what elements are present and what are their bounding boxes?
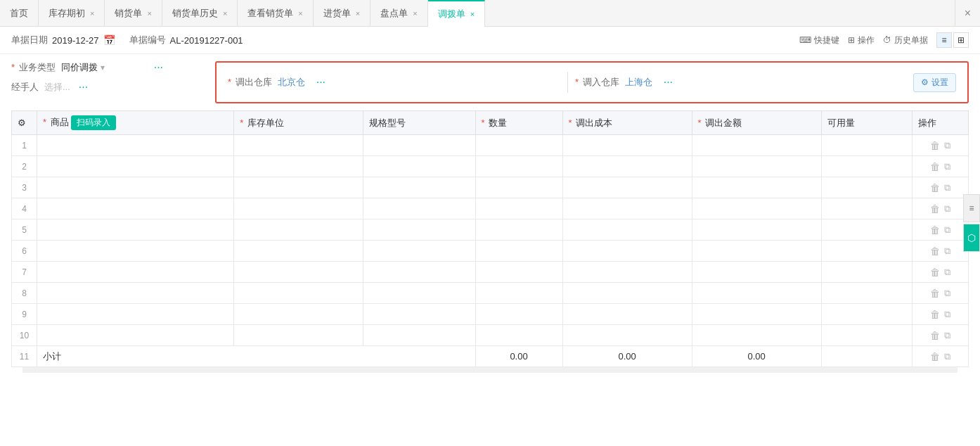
cell-unit[interactable]	[234, 198, 363, 219]
business-type-dropdown[interactable]: 同价调拨 ▾	[61, 61, 146, 74]
copy-icon[interactable]: ⧉	[944, 330, 950, 341]
calendar-icon[interactable]: 📅	[103, 34, 115, 46]
copy-icon[interactable]: ⧉	[944, 267, 950, 278]
cell-available[interactable]	[821, 283, 912, 304]
cell-spec[interactable]	[363, 325, 475, 346]
cell-product[interactable]	[37, 198, 234, 219]
cell-quantity[interactable]	[475, 241, 562, 262]
cell-transfer-amount[interactable]	[692, 262, 821, 283]
cell-product[interactable]	[37, 219, 234, 241]
close-icon[interactable]: ×	[470, 10, 475, 18]
cell-spec[interactable]	[363, 219, 475, 241]
copy-icon[interactable]: ⧉	[944, 309, 950, 320]
delete-icon[interactable]: 🗑	[930, 330, 940, 341]
cell-quantity[interactable]	[475, 219, 562, 241]
cell-transfer-amount[interactable]	[692, 325, 821, 346]
history-action[interactable]: ⏱ 历史单据	[883, 34, 928, 46]
cell-transfer-amount[interactable]	[692, 135, 821, 156]
close-icon[interactable]: ×	[223, 9, 227, 18]
tab-home[interactable]: 首页	[0, 0, 39, 27]
cell-unit[interactable]	[234, 156, 363, 177]
copy-icon[interactable]: ⧉	[944, 161, 950, 172]
close-icon[interactable]: ×	[90, 9, 94, 18]
cell-unit[interactable]	[234, 135, 363, 156]
delete-icon[interactable]: 🗑	[930, 161, 940, 172]
copy-icon[interactable]: ⧉	[944, 182, 950, 193]
tab-purchase[interactable]: 进货单 ×	[314, 0, 370, 27]
tab-inventory-init[interactable]: 库存期初 ×	[39, 0, 105, 27]
cell-transfer-cost[interactable]	[562, 198, 692, 219]
cell-spec[interactable]	[363, 135, 475, 156]
cell-transfer-amount[interactable]	[692, 241, 821, 262]
cell-available[interactable]	[821, 304, 912, 325]
cell-unit[interactable]	[234, 177, 363, 198]
list-view-btn[interactable]: ≡	[936, 32, 952, 48]
close-icon[interactable]: ×	[356, 9, 360, 18]
tab-transfer[interactable]: 调拨单 ×	[428, 0, 485, 27]
cell-unit[interactable]	[234, 325, 363, 346]
cell-unit[interactable]	[234, 241, 363, 262]
cell-transfer-cost[interactable]	[562, 283, 692, 304]
cell-quantity[interactable]	[475, 156, 562, 177]
copy-icon[interactable]: ⧉	[944, 246, 950, 257]
cell-spec[interactable]	[363, 241, 475, 262]
cell-unit[interactable]	[234, 262, 363, 283]
cell-spec[interactable]	[363, 177, 475, 198]
cell-available[interactable]	[821, 198, 912, 219]
cell-quantity[interactable]	[475, 325, 562, 346]
delete-icon[interactable]: 🗑	[930, 288, 940, 299]
shortcut-action[interactable]: ⌨ 快捷键	[799, 34, 839, 46]
cell-transfer-cost[interactable]	[562, 325, 692, 346]
th-settings[interactable]: ⚙	[12, 111, 37, 135]
cell-product[interactable]	[37, 283, 234, 304]
cell-product[interactable]	[37, 304, 234, 325]
cell-transfer-amount[interactable]	[692, 198, 821, 219]
cell-quantity[interactable]	[475, 177, 562, 198]
cell-spec[interactable]	[363, 262, 475, 283]
cell-product[interactable]	[37, 156, 234, 177]
delete-icon[interactable]: 🗑	[930, 182, 940, 193]
copy-icon[interactable]: ⧉	[944, 288, 950, 299]
tab-inventory-check[interactable]: 盘点单 ×	[370, 0, 427, 27]
cell-product[interactable]	[37, 241, 234, 262]
tab-sales-history[interactable]: 销货单历史 ×	[162, 0, 238, 27]
close-icon[interactable]: ×	[147, 9, 151, 18]
cell-available[interactable]	[821, 177, 912, 198]
cell-product[interactable]	[37, 325, 234, 346]
table-scroll-area[interactable]: ⚙ * 商品 扫码录入 * 库存单位 规格型号 * 数量	[11, 110, 969, 367]
cell-spec[interactable]	[363, 156, 475, 177]
cell-transfer-cost[interactable]	[562, 219, 692, 241]
delete-icon[interactable]: 🗑	[930, 309, 940, 320]
cell-available[interactable]	[821, 135, 912, 156]
cell-available[interactable]	[821, 219, 912, 241]
float-external-btn[interactable]: ⬡	[963, 224, 980, 252]
tab-view-sales[interactable]: 查看销货单 ×	[238, 0, 313, 27]
cell-transfer-cost[interactable]	[562, 304, 692, 325]
cell-transfer-amount[interactable]	[692, 219, 821, 241]
delete-icon[interactable]: 🗑	[930, 351, 940, 362]
cell-transfer-cost[interactable]	[562, 241, 692, 262]
cell-product[interactable]	[37, 177, 234, 198]
cell-quantity[interactable]	[475, 135, 562, 156]
handler-more-icon[interactable]: ···	[79, 81, 88, 94]
float-list-btn[interactable]: ≡	[963, 194, 980, 222]
out-warehouse-more[interactable]: ···	[316, 76, 325, 89]
cell-quantity[interactable]	[475, 283, 562, 304]
cell-transfer-amount[interactable]	[692, 156, 821, 177]
delete-icon[interactable]: 🗑	[930, 246, 940, 257]
cell-quantity[interactable]	[475, 198, 562, 219]
delete-icon[interactable]: 🗑	[930, 140, 940, 151]
cell-spec[interactable]	[363, 304, 475, 325]
horizontal-scrollbar[interactable]	[22, 367, 958, 373]
handler-placeholder[interactable]: 选择...	[44, 81, 70, 94]
copy-icon[interactable]: ⧉	[944, 203, 950, 215]
copy-icon[interactable]: ⧉	[944, 224, 950, 236]
cell-available[interactable]	[821, 156, 912, 177]
more-icon[interactable]: ···	[154, 61, 163, 74]
delete-icon[interactable]: 🗑	[930, 224, 940, 236]
copy-icon[interactable]: ⧉	[944, 351, 950, 362]
tab-sales-order[interactable]: 销货单 ×	[105, 0, 162, 27]
close-icon[interactable]: ×	[298, 9, 302, 18]
operation-action[interactable]: ⊞ 操作	[848, 34, 875, 46]
cell-available[interactable]	[821, 325, 912, 346]
